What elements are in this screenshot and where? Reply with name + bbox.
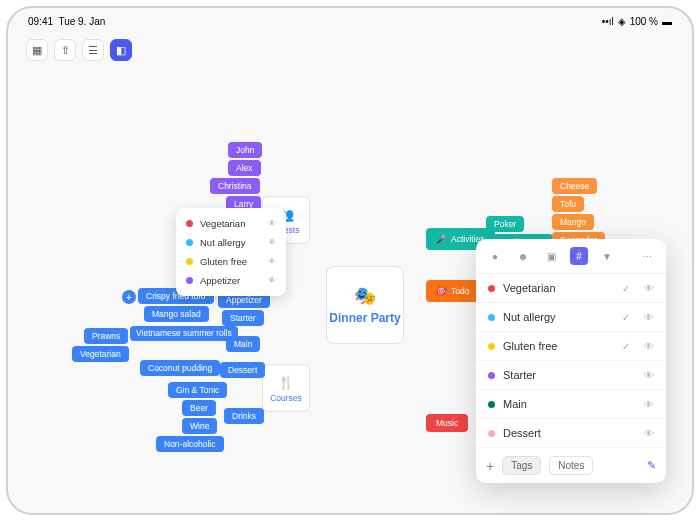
tag-label: Main (503, 398, 527, 410)
course-node[interactable]: Dessert (220, 362, 265, 378)
tags-tab[interactable]: Tags (502, 456, 541, 475)
dot-icon (488, 285, 495, 292)
tag-row[interactable]: Dessert👁 (476, 419, 666, 448)
dot-icon (186, 220, 193, 227)
eye-icon: 👁 (268, 276, 276, 285)
tag-label: Dessert (503, 427, 541, 439)
dot-icon (488, 372, 495, 379)
eye-icon[interactable]: 👁 (644, 399, 654, 410)
course-node[interactable]: Drinks (224, 408, 264, 424)
shopping-node[interactable]: Tofu (552, 196, 584, 212)
shopping-node[interactable]: Cheese (552, 178, 597, 194)
todo-hub[interactable]: 🎯 Todo (426, 280, 479, 302)
dish-node[interactable]: Prawns (84, 328, 128, 344)
dish-node[interactable]: Vietnamese summer rolls (130, 326, 238, 341)
battery-label: 100 % (630, 16, 658, 27)
share-button[interactable]: ⇧ (54, 39, 76, 61)
eye-icon[interactable]: 👁 (644, 428, 654, 439)
course-node[interactable]: Starter (222, 310, 264, 326)
toolbar: ▦ ⇧ ☰ ◧ (8, 35, 692, 65)
share-icon: ⇧ (61, 44, 70, 57)
tag-row[interactable]: Gluten free✓👁 (476, 332, 666, 361)
tablet-frame: 09:41 Tue 9. Jan ••ıl ◈ 100 % ▬ ▦ ⇧ ☰ ◧ … (6, 6, 694, 515)
dot-icon (488, 343, 495, 350)
tag-row[interactable]: Starter👁 (476, 361, 666, 390)
eye-icon: 👁 (268, 219, 276, 228)
tooltip-row[interactable]: Appetizer👁 (176, 271, 286, 290)
guest-node[interactable]: Alex (228, 160, 261, 176)
tab-image-icon[interactable]: ▣ (542, 247, 560, 265)
courses-label: Courses (270, 393, 302, 403)
target-icon: 🎯 (436, 286, 447, 296)
eye-icon[interactable]: 👁 (644, 312, 654, 323)
dot-icon (186, 277, 193, 284)
tab-hash-icon[interactable]: # (570, 247, 588, 265)
tag-row[interactable]: Vegetarian✓👁 (476, 274, 666, 303)
tab-emoji-icon[interactable]: ☻ (514, 247, 532, 265)
tooltip-row[interactable]: Vegetarian👁 (176, 214, 286, 233)
tab-tag-icon[interactable]: ● (486, 247, 504, 265)
utensils-icon: 🍴 (277, 373, 295, 391)
wifi-icon: ◈ (618, 16, 626, 27)
list-icon: ☰ (88, 44, 98, 57)
tag-row[interactable]: Nut allergy✓👁 (476, 303, 666, 332)
mindmap-canvas[interactable]: 🎭 Dinner Party 👥 Guests John Alex Christ… (8, 68, 692, 513)
dish-node[interactable]: Vegetarian (72, 346, 129, 362)
guest-node[interactable]: John (228, 142, 262, 158)
check-icon: ✓ (622, 312, 630, 323)
tag-label: Starter (503, 369, 536, 381)
dish-node[interactable]: Beer (182, 400, 216, 416)
dot-icon (488, 401, 495, 408)
shopping-node[interactable]: Mango (552, 214, 594, 230)
tag-label: Nut allergy (503, 311, 556, 323)
tag-label: Vegetarian (503, 282, 556, 294)
eye-icon[interactable]: 👁 (644, 341, 654, 352)
grid-icon: ▦ (32, 44, 42, 57)
dish-node[interactable]: Wine (182, 418, 217, 434)
tags-tooltip: Vegetarian👁 Nut allergy👁 Gluten free👁 Ap… (176, 208, 286, 296)
tooltip-row[interactable]: Gluten free👁 (176, 252, 286, 271)
list-view-button[interactable]: ☰ (82, 39, 104, 61)
status-bar: 09:41 Tue 9. Jan ••ıl ◈ 100 % ▬ (8, 8, 692, 35)
mic-icon: 🎤 (436, 234, 447, 244)
eye-icon[interactable]: 👁 (644, 370, 654, 381)
dot-icon (488, 430, 495, 437)
status-time-date: 09:41 Tue 9. Jan (28, 16, 105, 27)
eye-icon[interactable]: 👁 (644, 283, 654, 294)
tab-more-icon[interactable]: ⋯ (638, 247, 656, 265)
dot-icon (186, 258, 193, 265)
battery-icon: ▬ (662, 16, 672, 27)
mask-icon: 🎭 (354, 285, 376, 307)
dish-node[interactable]: Coconut pudding (140, 360, 220, 376)
panel-footer: + Tags Notes ✎ (476, 448, 666, 483)
check-icon: ✓ (622, 341, 630, 352)
dish-node[interactable]: Mango salad (144, 306, 209, 322)
tab-filter-icon[interactable]: ▼ (598, 247, 616, 265)
root-node[interactable]: 🎭 Dinner Party (326, 266, 404, 344)
inspector-button[interactable]: ◧ (110, 39, 132, 61)
tooltip-row[interactable]: Nut allergy👁 (176, 233, 286, 252)
dish-node[interactable]: Non-alcoholic (156, 436, 224, 452)
notes-tab[interactable]: Notes (549, 456, 593, 475)
panel-icon: ◧ (116, 44, 126, 57)
status-right: ••ıl ◈ 100 % ▬ (602, 16, 672, 27)
signal-icon: ••ıl (602, 16, 614, 27)
grid-view-button[interactable]: ▦ (26, 39, 48, 61)
dish-node[interactable]: Gin & Tonic (168, 382, 227, 398)
dot-icon (488, 314, 495, 321)
eye-icon: 👁 (268, 257, 276, 266)
check-icon: ✓ (622, 283, 630, 294)
courses-hub[interactable]: 🍴 Courses (262, 364, 310, 412)
panel-tabs: ● ☻ ▣ # ▼ ⋯ (476, 239, 666, 274)
edit-icon[interactable]: ✎ (647, 459, 656, 472)
add-node-button[interactable]: + (122, 290, 136, 304)
dot-icon (186, 239, 193, 246)
music-hub[interactable]: Music (426, 414, 468, 432)
add-tag-button[interactable]: + (486, 458, 494, 474)
tag-label: Gluten free (503, 340, 557, 352)
guest-node[interactable]: Christina (210, 178, 260, 194)
activity-node[interactable]: Poker (486, 216, 524, 232)
eye-icon: 👁 (268, 238, 276, 247)
inspector-panel: ● ☻ ▣ # ▼ ⋯ Vegetarian✓👁Nut allergy✓👁Glu… (476, 239, 666, 483)
tag-row[interactable]: Main👁 (476, 390, 666, 419)
